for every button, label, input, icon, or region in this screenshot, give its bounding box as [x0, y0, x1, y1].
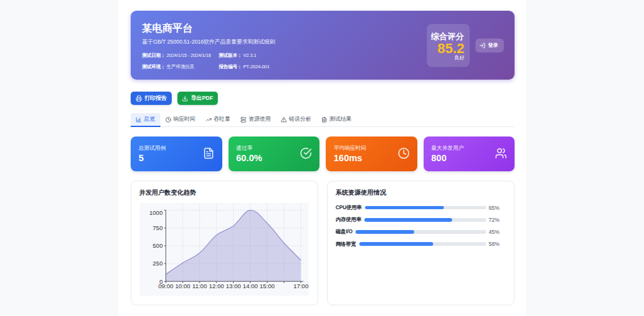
- resource-label: CPU使用率: [336, 204, 362, 211]
- svg-text:500: 500: [152, 242, 162, 249]
- resource-percent: 65%: [489, 205, 499, 211]
- server-icon: [241, 117, 246, 123]
- stat-label: 最大并发用户: [431, 145, 464, 152]
- resource-row-disk-io: 磁盘I/O45%: [336, 226, 506, 238]
- export-pdf-button[interactable]: 导出PDF: [177, 92, 218, 105]
- concurrency-chart: 0250500750100009:0010:0011:0012:0013:001…: [140, 203, 309, 296]
- svg-text:14:00: 14:00: [242, 283, 258, 289]
- login-button[interactable]: 登录: [475, 39, 504, 52]
- tab-throughput[interactable]: 吞吐量: [201, 113, 236, 126]
- stat-value: 160ms: [334, 153, 367, 163]
- login-button-label: 登录: [488, 42, 498, 49]
- trending-up-icon: [206, 117, 212, 123]
- resource-rows: CPU使用率65%内存使用率72%磁盘I/O45%网络带宽58%: [336, 202, 506, 250]
- export-button-label: 导出PDF: [191, 95, 213, 102]
- check-circle-icon: [300, 147, 312, 171]
- bottom-panels: 并发用户数变化趋势 0250500750100009:0010:0011:001…: [131, 181, 515, 306]
- resource-percent: 45%: [489, 229, 499, 235]
- tab-bar: 总览响应时间吞吐量资源使用错误分析测试结果: [131, 113, 515, 127]
- svg-text:15:00: 15:00: [259, 283, 275, 289]
- svg-text:10:00: 10:00: [175, 283, 190, 289]
- report-page: 某电商平台 基于GB/T 25000.51-2016软件产品质量要求和测试细则 …: [118, 0, 526, 316]
- tab-resource-usage[interactable]: 资源使用: [236, 113, 276, 126]
- tab-overview[interactable]: 总览: [131, 113, 160, 126]
- stat-value: 800: [431, 153, 464, 163]
- resource-bar-track: [359, 242, 486, 246]
- concurrency-area-chart: 0250500750100009:0010:0011:0012:0013:001…: [140, 203, 309, 296]
- page-subtitle: 基于GB/T 25000.51-2016软件产品质量要求和测试细则: [142, 39, 275, 46]
- stat-card-total-test-cases: 总测试用例5: [131, 137, 222, 171]
- svg-text:11:00: 11:00: [192, 283, 206, 289]
- page-title: 某电商平台: [142, 22, 275, 35]
- download-icon: [182, 95, 188, 102]
- stat-cards: 总测试用例5通过率60.0%平均响应时间160ms最大并发用户800: [131, 137, 515, 171]
- meta-label: 测试日期：: [142, 52, 165, 58]
- alert-triangle-icon: [281, 117, 287, 123]
- printer-icon: [136, 95, 142, 102]
- file-text-icon: [321, 117, 327, 123]
- tab-error-analysis[interactable]: 错误分析: [276, 113, 316, 126]
- report-meta: 测试日期： 2024/1/15 - 2024/1/18 测试版本： V2.3.1…: [142, 52, 275, 71]
- stat-label: 平均响应时间: [334, 145, 367, 152]
- log-in-icon: [479, 42, 486, 49]
- users-icon: [495, 147, 507, 171]
- meta-value: 生产环境仿真: [167, 64, 194, 70]
- meta-test-date: 测试日期： 2024/1/15 - 2024/1/18: [142, 52, 219, 59]
- meta-value: PT-2024-001: [243, 64, 270, 70]
- meta-test-version: 测试版本： V2.3.1: [219, 52, 275, 59]
- svg-text:17:00: 17:00: [293, 283, 308, 289]
- svg-text:1000: 1000: [149, 209, 162, 216]
- resource-percent: 58%: [489, 241, 499, 247]
- svg-text:09:00: 09:00: [158, 283, 173, 289]
- resource-row-cpu-usage: CPU使用率65%: [336, 202, 506, 214]
- action-buttons: 打印报告 导出PDF: [131, 92, 515, 105]
- stat-label: 总测试用例: [139, 145, 166, 152]
- resource-bar-track: [365, 206, 486, 210]
- clock-icon: [165, 117, 171, 123]
- score-label: 综合评分: [431, 32, 465, 40]
- meta-label: 测试版本：: [219, 52, 242, 58]
- score-value: 85.2: [431, 42, 465, 56]
- tab-response-time[interactable]: 响应时间: [160, 113, 201, 126]
- stat-card-avg-response-time: 平均响应时间160ms: [326, 137, 417, 171]
- file-text-icon: [203, 147, 215, 171]
- clock-icon: [398, 147, 410, 171]
- resource-percent: 72%: [489, 217, 499, 223]
- resource-bar-track: [355, 230, 486, 234]
- stat-card-pass-rate: 通过率60.0%: [229, 137, 320, 171]
- resource-panel-title: 系统资源使用情况: [336, 189, 506, 196]
- meta-test-env: 测试环境： 生产环境仿真: [142, 64, 219, 71]
- print-button-label: 打印报告: [145, 95, 167, 102]
- report-header-card: 某电商平台 基于GB/T 25000.51-2016软件产品质量要求和测试细则 …: [131, 11, 515, 80]
- stat-value: 60.0%: [236, 153, 262, 163]
- score-level: 良好: [431, 56, 465, 61]
- chart-column-icon: [136, 117, 141, 123]
- meta-value: 2024/1/15 - 2024/1/18: [167, 52, 211, 58]
- report-header-info: 某电商平台 基于GB/T 25000.51-2016软件产品质量要求和测试细则 …: [142, 19, 275, 71]
- resource-bar-track: [364, 218, 486, 222]
- resource-bar-fill: [364, 218, 452, 222]
- svg-text:13:00: 13:00: [225, 283, 241, 289]
- resource-bar-fill: [355, 230, 414, 234]
- resource-label: 网络带宽: [336, 241, 356, 248]
- meta-value: V2.3.1: [243, 52, 256, 58]
- print-report-button[interactable]: 打印报告: [131, 92, 172, 105]
- stat-value: 5: [139, 153, 166, 163]
- resource-bar-fill: [359, 242, 433, 246]
- overall-score-box: 综合评分 85.2 良好: [427, 24, 470, 67]
- stat-label: 通过率: [236, 145, 262, 152]
- resource-bar-fill: [365, 206, 444, 210]
- resource-label: 内存使用率: [336, 216, 362, 223]
- tab-test-results[interactable]: 测试结果: [316, 113, 357, 126]
- resource-row-memory-usage: 内存使用率72%: [336, 214, 506, 226]
- meta-report-no: 报告编号： PT-2024-001: [219, 64, 275, 71]
- meta-label: 测试环境：: [142, 64, 165, 70]
- chart-panel-title: 并发用户数变化趋势: [140, 189, 310, 196]
- svg-text:12:00: 12:00: [208, 283, 224, 289]
- svg-text:750: 750: [152, 224, 162, 231]
- svg-text:250: 250: [152, 260, 162, 267]
- resource-usage-panel: 系统资源使用情况 CPU使用率65%内存使用率72%磁盘I/O45%网络带宽58…: [327, 181, 515, 306]
- concurrency-chart-panel: 并发用户数变化趋势 0250500750100009:0010:0011:001…: [131, 181, 318, 306]
- stat-card-max-concurrent-users: 最大并发用户800: [424, 137, 515, 171]
- meta-label: 报告编号：: [219, 64, 242, 70]
